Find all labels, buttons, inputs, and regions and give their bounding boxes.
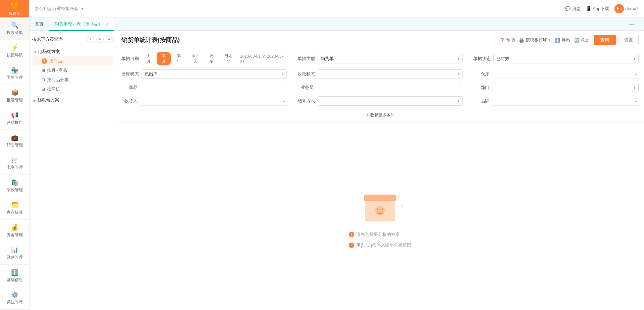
tab-home-label: 首页 xyxy=(35,21,44,27)
date-btns: 上月 本月 本年 近7天 更多 自定义 xyxy=(142,52,237,65)
right-panel: 销货单统计表(按商品) ❓ 帮助 🖨️ 按模板打印 ▾ ⬇️ 导出 xyxy=(116,31,644,310)
warehouse-control[interactable]: ··· xyxy=(492,69,639,79)
left-panel-actions: + ✎ « xyxy=(87,36,113,43)
help-btn[interactable]: ❓ 帮助 xyxy=(499,37,515,43)
collapse-panel-btn[interactable]: « xyxy=(106,36,113,43)
page-header: 销货单统计表(按商品) ❓ 帮助 🖨️ 按模板打印 ▾ ⬇️ 导出 xyxy=(116,31,644,48)
date-btn-7days[interactable]: 近7天 xyxy=(187,52,203,65)
user-avatar: Ea xyxy=(614,4,624,13)
sidebar-item-search[interactable]: 🔍 搜索菜单 xyxy=(0,17,29,40)
sidebar-item-system[interactable]: ⚙️ 系统管理 xyxy=(0,287,29,310)
department-control[interactable]: ▾ xyxy=(492,83,639,92)
warehouse-status-value: 已出库 xyxy=(145,71,280,77)
date-btn-thisyear[interactable]: 本年 xyxy=(172,52,186,65)
payment-status-arrow: ▾ xyxy=(458,72,460,76)
empty-text-line2: 2 用[过滤]条件来缩小分析范围 xyxy=(349,241,411,250)
window-minimize-btn[interactable]: — xyxy=(629,21,634,27)
export-btn[interactable]: ⬇️ 导出 xyxy=(555,37,570,43)
svg-point-8 xyxy=(363,207,364,209)
doc-type-control[interactable]: 销货单 ▾ xyxy=(318,54,463,63)
filter-row-2: 出库状态 已出库 ▾ 收款状态 ▾ xyxy=(121,69,639,79)
date-btn-lastmonth[interactable]: 上月 xyxy=(142,52,155,65)
payment-status-control[interactable]: ▾ xyxy=(318,69,463,79)
sidebar-item-retail[interactable]: 🏪 零售管理 xyxy=(0,62,29,85)
doc-status-control[interactable]: 已生效 ▾ xyxy=(493,54,639,63)
query-btn[interactable]: 查询 xyxy=(594,35,616,45)
scheme-group-mobile-header[interactable]: 移动端方案 xyxy=(32,95,113,105)
tab-home[interactable]: 首页 xyxy=(30,17,49,31)
logo-area: 🧡 标题页 xyxy=(0,0,29,17)
filter-payment-status: 收款状态 ▾ xyxy=(298,69,463,79)
add-scheme-btn[interactable]: + xyxy=(87,36,94,43)
tab-close-btn[interactable]: × xyxy=(106,21,108,26)
sidebar-item-operations[interactable]: 📊 经营管理 xyxy=(0,242,29,265)
tab-sales-stats[interactable]: 销货单统计表（按商品） × xyxy=(49,17,114,31)
message-btn[interactable]: 💬 消息 xyxy=(565,6,581,12)
top-header: 办公用品行业模拟账套 ▾ 💬 消息 📱 App下载 Ea demo2 xyxy=(30,0,644,17)
sidebar-inventory-label: 库存核算 xyxy=(7,210,23,215)
sidebar-item-sales[interactable]: 💼 销售管理 xyxy=(0,130,29,152)
app-download-btn[interactable]: 📱 App下载 xyxy=(586,6,609,12)
refresh-btn[interactable]: 🔄 刷新 xyxy=(574,37,590,43)
brand-control[interactable]: ··· xyxy=(492,96,639,106)
message-label: 消息 xyxy=(572,6,581,12)
department-label: 部门 xyxy=(473,85,492,91)
left-panel: 按以下方案查询 + ✎ « 电脑端方案 xyxy=(30,31,116,310)
header-dropdown-arrow[interactable]: ▾ xyxy=(81,6,84,11)
print-dropdown-arrow[interactable]: ▾ xyxy=(549,38,551,42)
scheme-group-mobile: 移动端方案 xyxy=(32,95,113,105)
scheme-item-by-goods[interactable]: 按 按商品 xyxy=(32,56,113,66)
filter-brand: 品牌 ··· xyxy=(473,96,639,106)
empty-line2: 用[过滤]条件来缩小分析范围 xyxy=(356,241,411,250)
consignee-control[interactable]: ··· xyxy=(140,96,287,106)
scheme-item-by-category[interactable]: ⊟ 按商品分类 xyxy=(32,75,113,85)
consignee-dots[interactable]: ··· xyxy=(283,98,287,104)
empty-text: 1 请先选择要分析的方案 2 用[过滤]条件来缩小分析范围 xyxy=(349,230,411,252)
settlement-control[interactable]: ▾ xyxy=(318,96,463,106)
sidebar-item-inventory[interactable]: 🗂️ 库存核算 xyxy=(0,197,29,220)
sidebar-item-marketing[interactable]: 📢 营销推广 xyxy=(0,107,29,130)
group-expand-icon xyxy=(34,49,37,54)
brand-dots[interactable]: ··· xyxy=(635,98,639,104)
tab-bar: 首页 销货单统计表（按商品） × — ⛶ xyxy=(30,17,644,31)
ecommerce-icon: 🛒 xyxy=(11,156,18,164)
basic-icon: ℹ️ xyxy=(11,269,18,276)
filter-department: 部门 ▾ xyxy=(473,83,639,92)
warehouse-dots[interactable]: ··· xyxy=(635,71,639,77)
window-maximize-btn[interactable]: ⛶ xyxy=(637,21,641,27)
filter-row-4: 收货人 ··· 结算方式 ▾ xyxy=(121,96,639,106)
goods-dots[interactable]: ··· xyxy=(283,85,287,90)
filter-goods: 商品 ··· xyxy=(121,83,287,92)
search-icon: 🔍 xyxy=(11,21,18,29)
user-area[interactable]: Ea demo2 xyxy=(614,4,639,13)
sidebar-item-purchase[interactable]: 🛍️ 采购管理 xyxy=(0,175,29,197)
app-title: 办公用品行业模拟账套 xyxy=(35,6,78,12)
scheme-item-by-month-label: 按月+商品 xyxy=(47,67,67,73)
scheme-item-by-month-icon: ⊞ xyxy=(42,68,45,73)
warehouse-status-control[interactable]: 已出库 ▾ xyxy=(142,69,287,79)
sidebar-item-wholesale[interactable]: 📦 批发管理 xyxy=(0,85,29,107)
doc-status-value: 已生效 xyxy=(496,56,632,62)
collapse-more-btn[interactable]: ∧ 收起更多条件 xyxy=(366,112,394,118)
date-btn-more[interactable]: 更多 xyxy=(205,52,218,65)
settings-btn[interactable]: 设置 xyxy=(619,35,639,45)
doc-type-value: 销货单 xyxy=(321,56,457,62)
filter-row-3: 商品 ··· 业务员 ··· xyxy=(121,83,639,92)
scheme-group-pc-header[interactable]: 电脑端方案 xyxy=(32,47,113,56)
scheme-item-by-month-goods[interactable]: ⊞ 按月+商品 xyxy=(32,66,113,75)
salesperson-control[interactable]: ··· xyxy=(316,83,463,92)
date-btn-custom[interactable]: 自定义 xyxy=(220,52,237,65)
edit-scheme-btn[interactable]: ✎ xyxy=(96,36,104,43)
scheme-item-by-cashier[interactable]: ⊟ 按司机 xyxy=(32,85,113,94)
sidebar-item-quicknav[interactable]: ⚡ 快捷导航 xyxy=(0,40,29,62)
salesperson-dots[interactable]: ··· xyxy=(459,85,463,90)
sidebar-item-basic[interactable]: ℹ️ 基础信息 xyxy=(0,265,29,287)
goods-control[interactable]: ··· xyxy=(140,83,287,92)
filter-consignee: 收货人 ··· xyxy=(121,96,287,106)
print-btn[interactable]: 🖨️ 按模板打印 ▾ xyxy=(519,37,551,43)
date-btn-thismonth[interactable]: 本月 xyxy=(157,52,170,65)
sidebar-item-finance[interactable]: 💰 资金管理 xyxy=(0,220,29,242)
scheme-item-by-category-icon: ⊟ xyxy=(42,78,45,82)
sidebar-item-ecommerce[interactable]: 🛒 电商管理 xyxy=(0,152,29,175)
empty-line1: 请先选择要分析的方案 xyxy=(356,230,400,239)
